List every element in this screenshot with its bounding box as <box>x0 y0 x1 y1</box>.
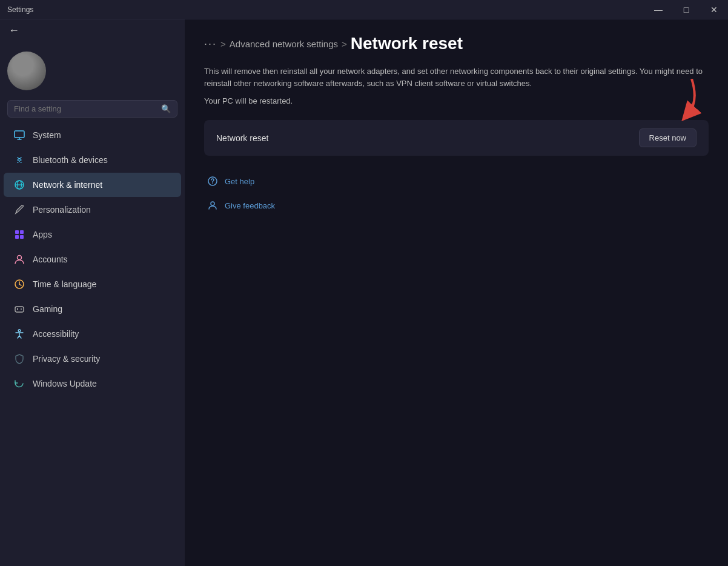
sidebar-item-label-gaming: Gaming <box>33 304 62 314</box>
sidebar-item-system[interactable]: System <box>4 123 181 147</box>
sidebar-item-windows_update[interactable]: Windows Update <box>4 371 181 396</box>
search-container: 🔍 <box>0 100 185 122</box>
help-link-label-get-help: Get help <box>225 177 254 186</box>
svg-rect-8 <box>15 235 19 239</box>
sidebar-item-label-accessibility: Accessibility <box>33 329 79 339</box>
svg-point-18 <box>212 183 213 184</box>
sidebar-nav: System Bluetooth & devices Network & int… <box>0 122 185 396</box>
reset-now-button[interactable]: Reset now <box>639 128 697 147</box>
breadcrumb: ··· > Advanced network settings > Networ… <box>204 34 709 53</box>
svg-rect-12 <box>15 307 24 312</box>
time-icon <box>13 278 25 290</box>
breadcrumb-separator-1: > <box>220 39 226 49</box>
svg-rect-9 <box>20 235 24 239</box>
window-title: Settings <box>7 5 33 14</box>
sidebar-item-accessibility[interactable]: Accessibility <box>4 322 181 346</box>
svg-point-10 <box>18 256 22 260</box>
sidebar-item-label-network: Network & internet <box>33 180 102 190</box>
avatar-area <box>0 42 185 100</box>
sidebar-item-label-system: System <box>33 130 61 140</box>
breadcrumb-dots: ··· <box>204 38 217 50</box>
bluetooth-icon <box>13 154 25 166</box>
privacy-icon <box>13 353 25 365</box>
gaming-icon <box>13 303 25 315</box>
reset-card-label: Network reset <box>216 133 268 143</box>
sidebar-item-personalization[interactable]: Personalization <box>4 198 181 222</box>
help-link-get-help[interactable]: Get help <box>204 170 709 192</box>
personalization-icon <box>13 204 25 216</box>
description-text: This will remove then reinstall all your… <box>204 65 709 89</box>
sidebar-item-label-accounts: Accounts <box>33 255 68 264</box>
close-button[interactable]: ✕ <box>700 0 728 19</box>
back-icon: ← <box>8 24 19 37</box>
sidebar-item-privacy[interactable]: Privacy & security <box>4 347 181 371</box>
window-controls: — □ ✕ <box>644 0 728 19</box>
search-box[interactable]: 🔍 <box>7 100 177 118</box>
sidebar-item-label-apps: Apps <box>33 230 52 239</box>
search-input[interactable] <box>14 104 156 113</box>
content-area: ··· > Advanced network settings > Networ… <box>185 19 728 566</box>
svg-point-16 <box>18 330 21 332</box>
sidebar: ← 🔍 System Bluetooth & devices <box>0 19 185 566</box>
svg-point-15 <box>21 308 22 310</box>
accessibility-icon <box>13 328 25 340</box>
sidebar-item-label-personalization: Personalization <box>33 205 91 215</box>
help-link-give-feedback[interactable]: Give feedback <box>204 195 709 216</box>
svg-rect-7 <box>20 230 24 234</box>
sidebar-item-label-bluetooth: Bluetooth & devices <box>33 155 108 165</box>
restart-note: Your PC will be restarted. <box>204 96 709 105</box>
breadcrumb-separator-2: > <box>342 39 347 49</box>
sidebar-item-gaming[interactable]: Gaming <box>4 297 181 321</box>
app-container: ← 🔍 System Bluetooth & devices <box>0 19 728 566</box>
breadcrumb-parent[interactable]: Advanced network settings <box>230 39 338 49</box>
svg-rect-0 <box>15 131 24 138</box>
help-link-label-give-feedback: Give feedback <box>225 201 275 210</box>
system-icon <box>13 129 25 141</box>
breadcrumb-current: Network reset <box>351 34 463 53</box>
sidebar-item-network[interactable]: Network & internet <box>4 173 181 197</box>
sidebar-item-label-windows_update: Windows Update <box>33 379 97 388</box>
accounts-icon <box>13 253 25 265</box>
sidebar-item-time[interactable]: Time & language <box>4 272 181 296</box>
windows_update-icon <box>13 378 25 390</box>
sidebar-item-bluetooth[interactable]: Bluetooth & devices <box>4 148 181 172</box>
network-icon <box>13 179 25 191</box>
sidebar-item-accounts[interactable]: Accounts <box>4 247 181 271</box>
avatar <box>7 52 46 90</box>
back-button[interactable]: ← <box>0 19 185 42</box>
give-feedback-icon <box>207 199 219 211</box>
sidebar-item-apps[interactable]: Apps <box>4 222 181 247</box>
titlebar: Settings — □ ✕ <box>0 0 728 19</box>
svg-point-19 <box>211 202 214 205</box>
maximize-button[interactable]: □ <box>672 0 700 19</box>
get-help-icon <box>207 175 219 187</box>
help-links: Get help Give feedback <box>204 170 709 216</box>
search-icon: 🔍 <box>161 104 171 113</box>
svg-rect-6 <box>15 230 19 234</box>
sidebar-item-label-time: Time & language <box>33 279 96 289</box>
apps-icon <box>13 228 25 241</box>
minimize-button[interactable]: — <box>644 0 672 19</box>
sidebar-item-label-privacy: Privacy & security <box>33 354 100 364</box>
network-reset-card: Network reset Reset now <box>204 120 709 156</box>
